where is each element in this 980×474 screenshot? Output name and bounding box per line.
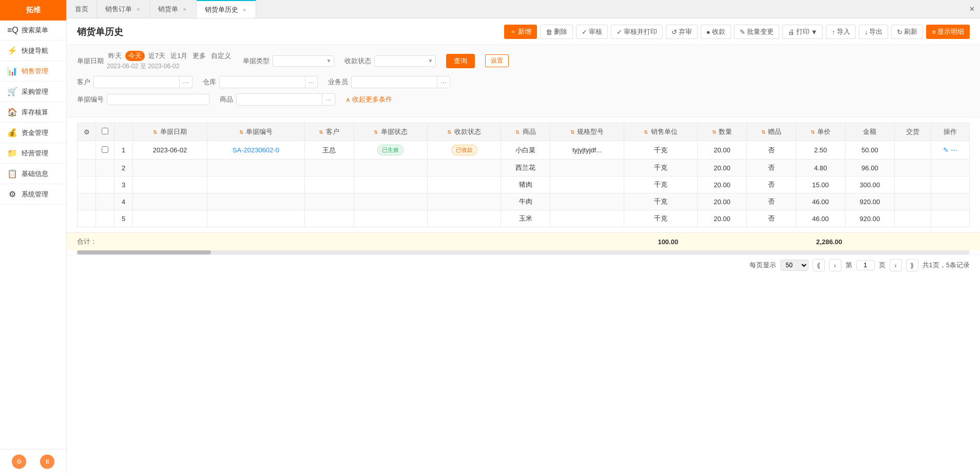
settings-button[interactable]: 设置 [485, 54, 509, 67]
sidebar-item-label: 系统管理 [22, 190, 48, 199]
row-gear-cell [78, 193, 96, 210]
sidebar-item-search-menu[interactable]: ≡Q 搜索菜单 [0, 21, 66, 41]
row-amount-cell: 50.00 [845, 141, 894, 160]
date-1month-btn[interactable]: 近1月 [169, 51, 189, 61]
filter-area: 单据日期 昨天 今天 近7天 近1月 更多 自定义 2023-06-02 至 2… [67, 45, 980, 117]
table-row[interactable]: 2 西兰花 千克 20.00 否 4.80 96.00 [78, 160, 970, 176]
payment-status-sort-icon: ⇅ [447, 129, 451, 135]
row-checkbox[interactable] [102, 146, 108, 153]
batch-change-button[interactable]: ✎ 批量变更 [734, 25, 779, 39]
row-doc-no-cell[interactable] [207, 193, 304, 210]
row-more-icon[interactable]: ⋯ [951, 146, 957, 154]
first-page-btn[interactable]: ⟪ [813, 259, 825, 271]
doc-no-input[interactable] [107, 94, 209, 105]
table-row[interactable]: 4 牛肉 千克 20.00 否 46.00 920.00 [78, 193, 970, 210]
prev-page-btn[interactable]: ‹ [829, 259, 841, 271]
select-all-checkbox[interactable] [102, 128, 108, 134]
page-number-input[interactable] [856, 260, 875, 270]
staff-input[interactable] [352, 77, 437, 87]
doc-no-col-header[interactable]: ⇅ 单据编号 [207, 123, 304, 141]
window-close-btn[interactable]: ✕ [969, 5, 975, 13]
customer-col-header[interactable]: ⇅ 客户 [304, 123, 354, 141]
delete-button[interactable]: 🗑 删除 [540, 25, 573, 39]
receive-button[interactable]: ● 收款 [701, 25, 731, 39]
abandon-button[interactable]: ↺ 弃审 [666, 25, 698, 39]
goods-input[interactable] [237, 94, 322, 105]
import-button[interactable]: ↑ 导入 [826, 25, 856, 39]
table-row[interactable]: 3 猪肉 千克 20.00 否 15.00 300.00 [78, 176, 970, 193]
sidebar-item-basic-info[interactable]: 📋 基础信息 [0, 164, 66, 184]
page-size-select[interactable]: 50 100 [780, 260, 809, 271]
row-doc-no-cell[interactable] [207, 176, 304, 193]
sidebar-item-system-mgmt[interactable]: ⚙ 系统管理 [0, 184, 66, 205]
tab-home[interactable]: 首页 [67, 0, 97, 18]
tab-bar-right: ✕ [969, 5, 980, 13]
qty-col-header[interactable]: ⇅ 数量 [697, 123, 746, 141]
unit-price-col-header[interactable]: ⇅ 单价 [796, 123, 845, 141]
warehouse-ellipsis-icon[interactable]: ··· [305, 76, 318, 88]
gear-settings-icon[interactable]: ⚙ [84, 128, 90, 136]
row-unit-price-cell: 46.00 [796, 210, 845, 227]
tab-sales-history[interactable]: 销货单历史 × [197, 0, 256, 18]
doc-date-sort-icon: ⇅ [153, 129, 157, 135]
customer-input[interactable] [94, 77, 179, 87]
sidebar-item-sales-mgmt[interactable]: 📊 销售管理 [0, 61, 66, 82]
collapse-conditions-btn[interactable]: ∧ 收起更多条件 [345, 95, 392, 104]
date-yesterday-btn[interactable]: 昨天 [107, 51, 123, 61]
audit-print-button[interactable]: ✓ 审核并打印 [611, 25, 663, 39]
row-doc-no-cell[interactable] [207, 210, 304, 227]
row-gear-cell [78, 160, 96, 176]
row-edit-icon[interactable]: ✎ [943, 146, 949, 154]
row-doc-no-cell[interactable] [207, 160, 304, 176]
sidebar-bottom-btn-right[interactable]: ⏸ [40, 455, 54, 469]
goods-col-header[interactable]: ⇅ 商品 [501, 123, 550, 141]
customer-input-wrapper: ··· [93, 76, 193, 88]
sidebar-item-inventory[interactable]: 🏠 库存核算 [0, 102, 66, 123]
sidebar-item-quick-nav[interactable]: ⚡ 快捷导航 [0, 41, 66, 61]
gear-col-header: ⚙ [78, 123, 96, 141]
tab-sales-order[interactable]: 销售订单 × [97, 0, 150, 18]
horizontal-scrollbar[interactable] [77, 250, 970, 254]
row-spec-model-cell [550, 176, 624, 193]
warehouse-input[interactable] [220, 77, 305, 87]
row-doc-no-cell[interactable]: SA-20230602-0 [207, 141, 304, 160]
doc-date-col-header[interactable]: ⇅ 单据日期 [133, 123, 207, 141]
export-button[interactable]: ↓ 导出 [859, 25, 889, 39]
next-page-btn[interactable]: › [890, 259, 902, 271]
sidebar-item-operations[interactable]: 📁 经营管理 [0, 143, 66, 164]
sales-unit-col-header[interactable]: ⇅ 销售单位 [624, 123, 697, 141]
date-today-btn[interactable]: 今天 [125, 51, 145, 61]
last-page-btn[interactable]: ⟫ [906, 259, 918, 271]
staff-ellipsis-icon[interactable]: ··· [437, 76, 450, 88]
sidebar-item-purchase-mgmt[interactable]: 🛒 采购管理 [0, 82, 66, 102]
gift-col-header[interactable]: ⇅ 赠品 [746, 123, 796, 141]
print-button[interactable]: 🖨 打印 ▼ [782, 25, 823, 39]
collapse-arrow-icon: ∧ [345, 96, 351, 104]
page-title: 销货单历史 [77, 26, 123, 38]
payment-status-select[interactable] [374, 55, 436, 67]
sidebar-bottom-btn-left[interactable]: ⚙ [12, 455, 26, 469]
customer-sort-icon: ⇅ [319, 129, 323, 135]
customer-ellipsis-icon[interactable]: ··· [179, 76, 192, 88]
tab-sales-delivery[interactable]: 销货单 × [150, 0, 196, 18]
goods-ellipsis-icon[interactable]: ··· [322, 94, 335, 105]
date-more-btn[interactable]: 更多 [191, 51, 207, 61]
tab-sales-history-close[interactable]: × [241, 6, 247, 13]
show-detail-button[interactable]: ≡ 显示明细 [926, 25, 970, 39]
doc-type-select[interactable] [273, 55, 334, 67]
tab-sales-order-close[interactable]: × [135, 6, 141, 13]
doc-status-col-header[interactable]: ⇅ 单据状态 [354, 123, 427, 141]
spec-model-col-header[interactable]: ⇅ 规格型号 [550, 123, 624, 141]
payment-status-col-header[interactable]: ⇅ 收款状态 [428, 123, 501, 141]
sidebar-item-finance[interactable]: 💰 资金管理 [0, 123, 66, 143]
refresh-button[interactable]: ↻ 刷新 [891, 25, 923, 39]
date-7days-btn[interactable]: 近7天 [147, 51, 167, 61]
row-doc-status-cell: 已生效 [354, 141, 427, 160]
audit-button[interactable]: ✓ 审核 [576, 25, 608, 39]
tab-sales-delivery-close[interactable]: × [181, 6, 187, 13]
query-button[interactable]: 查询 [446, 54, 475, 68]
table-row[interactable]: 1 2023-06-02 SA-20230602-0 王总 已生效 已收款 小白… [78, 141, 970, 160]
new-button[interactable]: ＋ 新增 [504, 25, 537, 39]
table-row[interactable]: 5 玉米 千克 20.00 否 46.00 920.00 [78, 210, 970, 227]
date-custom-btn[interactable]: 自定义 [209, 51, 233, 61]
